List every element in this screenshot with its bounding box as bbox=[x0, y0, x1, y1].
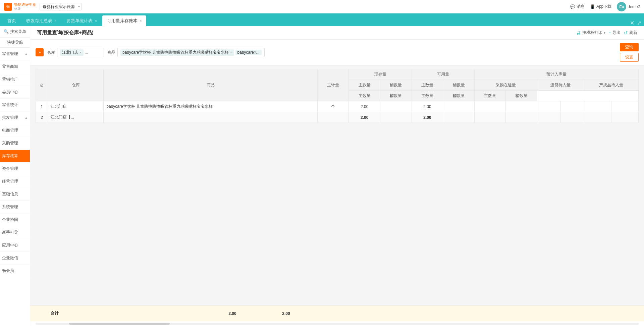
horizontal-scrollbar[interactable] bbox=[30, 321, 644, 326]
scrollbar-thumb[interactable] bbox=[69, 323, 170, 325]
refresh-btn[interactable]: ↺ 刷新 bbox=[624, 30, 637, 36]
total-bar: 合计 2.00 2.00 bbox=[30, 305, 644, 321]
search-icon: 🔍 bbox=[4, 29, 9, 34]
sidebar-item-wholesale-mgmt[interactable]: 批发管理 ▲ bbox=[0, 111, 30, 124]
sidebar-item-retail-stats[interactable]: 零售统计 bbox=[0, 99, 30, 111]
tab-close-receive-summary[interactable]: × bbox=[54, 19, 56, 23]
sidebar-item-vip-member[interactable]: 畅会员 bbox=[0, 265, 30, 277]
sidebar-item-ecom-mgmt[interactable]: 电商管理 bbox=[0, 124, 30, 137]
tab-available-stock[interactable]: 可用量库存账本 × bbox=[102, 15, 146, 26]
filter-expand-btn[interactable]: » bbox=[36, 48, 44, 56]
scrollbar-track bbox=[36, 323, 639, 325]
row2-prod-aux bbox=[611, 112, 638, 123]
gear-icon[interactable]: ⚙ bbox=[40, 83, 44, 88]
available-main-qty: 主数量 bbox=[412, 80, 443, 91]
sidebar-search[interactable]: 🔍 搜索菜单 bbox=[0, 26, 30, 38]
fullscreen-btn[interactable]: ⤢ bbox=[637, 20, 641, 26]
sidebar-item-inventory[interactable]: 库存核算 bbox=[0, 150, 30, 162]
row2-pp-aux bbox=[560, 112, 584, 123]
row2-current-aux bbox=[380, 112, 412, 123]
tab-order-stats[interactable]: 要货单统计表 × bbox=[62, 15, 101, 26]
available-aux-qty: 辅数量 bbox=[443, 80, 475, 91]
product-tag-1: babycare学饮杯 儿童防摔防撞吸管杯重力球吸嘴杯宝宝水杯 × bbox=[120, 49, 234, 56]
header-left: 畅 畅捷通好生意 标版 母婴行业演示账套 bbox=[4, 2, 82, 11]
row1-prod-main bbox=[584, 101, 611, 112]
chevron-down-icon-wholesale: ▲ bbox=[24, 116, 28, 120]
pt-main: 主数量 bbox=[349, 91, 380, 101]
row2-pt-aux bbox=[506, 112, 537, 123]
available-stock-label: 可用量库存账本 bbox=[107, 18, 138, 24]
print-template-btn[interactable]: 🖨 按模板打印 ▾ bbox=[576, 30, 605, 36]
product-filter: 商品 babycare学饮杯 儿童防摔防撞吸管杯重力球吸嘴杯宝宝水杯 × bab… bbox=[107, 48, 265, 57]
warehouse-tag-box[interactable]: 江北门店 × ... bbox=[57, 48, 104, 57]
nav-tabs: 首页 收发存汇总表 × 要货单统计表 × 可用量库存账本 × ✕ ⤢ bbox=[0, 13, 644, 26]
col-current-stock: 现存量 bbox=[349, 69, 412, 80]
sidebar-item-app-center[interactable]: 应用中心 bbox=[0, 239, 30, 252]
home-tab-label: 首页 bbox=[7, 18, 16, 24]
purchase-pending-header: 进货待入量 bbox=[537, 80, 584, 91]
tab-close-order-stats[interactable]: × bbox=[95, 19, 97, 23]
sidebar-item-enterprise-collab[interactable]: 企业协同 bbox=[0, 214, 30, 226]
tab-home[interactable]: 首页 bbox=[3, 15, 21, 26]
col-main-unit: 主计量 bbox=[317, 69, 349, 101]
row1-pt-main bbox=[474, 101, 506, 112]
sidebar-item-new-guide[interactable]: 新手引导 bbox=[0, 226, 30, 239]
sidebar-item-retail-mgmt[interactable]: 零售管理 ▲ bbox=[0, 48, 30, 60]
pt-aux: 辅数量 bbox=[380, 91, 412, 101]
page-actions: 🖨 按模板打印 ▾ ↑ 导出 ↺ 刷新 bbox=[576, 30, 637, 36]
settings-btn[interactable]: 设置 bbox=[620, 53, 639, 62]
data-table: ⚙ 仓库 商品 主计量 现存量 可用量 预计入库量 主数量 辅数量 主数量 辅数… bbox=[36, 69, 639, 123]
export-icon: ↑ bbox=[609, 30, 611, 36]
row2-pp-main bbox=[537, 112, 561, 123]
expand-icon: » bbox=[39, 50, 41, 55]
row2-warehouse: 江北门店【... bbox=[48, 112, 104, 123]
sidebar-item-operations-mgmt[interactable]: 经营管理 bbox=[0, 175, 30, 188]
pp-aux: 辅数量 bbox=[443, 91, 475, 101]
table-row: 1 江北门店 babycare学饮杯 儿童防摔防撞吸管杯重力球吸嘴杯宝宝水杯 个… bbox=[36, 101, 639, 112]
print-dropdown-icon: ▾ bbox=[604, 31, 605, 35]
col-checkbox[interactable]: ⚙ bbox=[36, 69, 48, 101]
message-action[interactable]: 💬 消息 bbox=[570, 4, 585, 9]
print-icon: 🖨 bbox=[576, 30, 581, 36]
warehouse-more[interactable]: ... bbox=[85, 50, 88, 54]
sidebar-item-finance-mgmt[interactable]: 资金管理 bbox=[0, 162, 30, 175]
prod-main: 主数量 bbox=[474, 91, 506, 101]
production-pending-header: 产成品待入量 bbox=[584, 80, 638, 91]
row2-prod-main bbox=[584, 112, 611, 123]
query-btn[interactable]: 查询 bbox=[620, 43, 639, 51]
industry-selector[interactable]: 母婴行业演示账套 bbox=[40, 3, 82, 10]
table-container: ⚙ 仓库 商品 主计量 现存量 可用量 预计入库量 主数量 辅数量 主数量 辅数… bbox=[30, 65, 644, 305]
tab-close-available-stock[interactable]: × bbox=[140, 19, 142, 23]
sidebar-item-retail-mall[interactable]: 零售商城 bbox=[0, 60, 30, 73]
sidebar-item-marketing[interactable]: 营销推广 bbox=[0, 73, 30, 86]
col-available: 可用量 bbox=[412, 69, 474, 80]
row1-prod-aux bbox=[611, 101, 638, 112]
tab-receive-summary[interactable]: 收发存汇总表 × bbox=[21, 15, 61, 26]
product-tag-2: babycare?... bbox=[235, 50, 262, 55]
filter-bar: » 仓库 江北门店 × ... 商品 babycare学饮杯 儿童防摔防撞吸管杯… bbox=[30, 40, 644, 65]
warehouse-remove-btn[interactable]: × bbox=[79, 51, 82, 54]
export-btn[interactable]: ↑ 导出 bbox=[609, 30, 621, 36]
app-download-action[interactable]: 📱 App下载 bbox=[590, 4, 611, 9]
current-stock-main-qty: 主数量 bbox=[349, 80, 380, 91]
prod-aux: 辅数量 bbox=[506, 91, 537, 101]
close-all-tabs-btn[interactable]: ✕ bbox=[630, 20, 634, 26]
row1-pp-main bbox=[537, 101, 561, 112]
row2-current-main: 2.00 bbox=[349, 112, 380, 123]
industry-selector-wrapper[interactable]: 母婴行业演示账套 bbox=[40, 3, 82, 10]
sidebar-item-enterprise-wechat[interactable]: 企业微信 bbox=[0, 252, 30, 265]
product-remove-btn-1[interactable]: × bbox=[230, 51, 232, 54]
logo-text: 畅捷通好生意 标版 bbox=[14, 2, 36, 11]
pp-main: 主数量 bbox=[412, 91, 443, 101]
user-profile[interactable]: Ea demo2 bbox=[617, 2, 640, 11]
header-right: 💬 消息 📱 App下载 Ea demo2 bbox=[570, 2, 640, 11]
sidebar-item-purchase-mgmt[interactable]: 采购管理 bbox=[0, 137, 30, 150]
sidebar-quick-nav[interactable]: 快捷导航 bbox=[0, 38, 30, 48]
sidebar-item-member-center[interactable]: 会员中心 bbox=[0, 86, 30, 99]
col-planned-inbound: 预计入库量 bbox=[474, 69, 638, 80]
row1-avail-main: 2.00 bbox=[412, 101, 443, 112]
sidebar-item-sys-mgmt[interactable]: 系统管理 bbox=[0, 201, 30, 214]
sidebar-item-basic-info[interactable]: 基础信息 bbox=[0, 188, 30, 201]
row1-current-main: 2.00 bbox=[349, 101, 380, 112]
product-tag-box[interactable]: babycare学饮杯 儿童防摔防撞吸管杯重力球吸嘴杯宝宝水杯 × babyca… bbox=[117, 48, 265, 57]
